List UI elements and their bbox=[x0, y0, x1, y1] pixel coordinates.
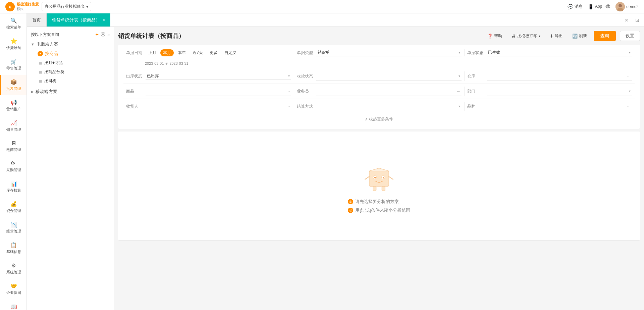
sidebar-item-quick-nav[interactable]: ⭐ 快捷导航 bbox=[0, 34, 26, 54]
sidebar-item-finance[interactable]: 💰 资金管理 bbox=[0, 197, 26, 217]
panel-header: 按以下方案查询 + « bbox=[27, 30, 114, 40]
staff-input[interactable]: ··· bbox=[316, 87, 462, 96]
out-status-label: 出库状态 bbox=[126, 73, 144, 79]
window-maximize-button[interactable]: ⊡ bbox=[633, 16, 641, 24]
date-btn-this-month[interactable]: 本月 bbox=[160, 49, 174, 56]
basic-icon: 📋 bbox=[10, 242, 17, 248]
tree-item-by-driver[interactable]: ▦ 按司机 bbox=[27, 76, 114, 86]
logo-text: 畅捷通好生意 标账 bbox=[17, 2, 39, 11]
filter-brand: 品牌 ··· bbox=[464, 102, 635, 111]
warehouse-input[interactable]: ··· bbox=[487, 71, 632, 81]
app-selector[interactable]: 办公用品行业模拟账套 ▾ bbox=[42, 2, 91, 11]
doc-status-select[interactable]: 已生效 ▾ bbox=[487, 49, 632, 56]
page-actions: ❓ 帮助 🖨 按模板打印 ▾ ⬇ 导出 🔄 bbox=[485, 31, 640, 41]
svg-point-6 bbox=[102, 33, 104, 35]
add-scheme-button[interactable]: + bbox=[95, 32, 98, 38]
tab-bar-actions: ✕ ⊡ bbox=[623, 13, 644, 27]
query-button[interactable]: 查询 bbox=[594, 31, 616, 41]
sidebar-item-retail[interactable]: 🛒 零售管理 bbox=[0, 54, 26, 75]
right-section: 销货单统计表（按商品） ❓ 帮助 🖨 按模板打印 ▾ ⬇ bbox=[114, 27, 644, 310]
warehouse-label: 仓库 bbox=[467, 73, 485, 79]
filter-staff: 业务员 ··· bbox=[294, 87, 464, 96]
sub-icon-1: ▦ bbox=[39, 61, 42, 65]
export-button[interactable]: ⬇ 导出 bbox=[547, 32, 566, 40]
tree-item-by-goods[interactable]: ● 按商品 bbox=[27, 49, 114, 58]
date-btn-more[interactable]: 更多 bbox=[207, 49, 220, 56]
doc-type-value: 销货单 bbox=[318, 50, 330, 55]
sidebar-item-enterprise[interactable]: 🤝 企业协同 bbox=[0, 279, 26, 299]
sidebar-item-wholesale[interactable]: 📦 批发管理 bbox=[0, 75, 26, 95]
export-icon: ⬇ bbox=[550, 34, 553, 39]
sidebar-item-basic[interactable]: 📋 基础信息 bbox=[0, 238, 26, 258]
tree-item-by-category[interactable]: ▦ 按商品分类 bbox=[27, 67, 114, 76]
app-download-button[interactable]: 📱 App下载 bbox=[588, 4, 610, 9]
window-close-button[interactable]: ✕ bbox=[623, 16, 631, 24]
receiver-label: 收货人 bbox=[126, 104, 144, 109]
brand-label: 品牌 bbox=[467, 104, 485, 109]
sub-icon-3: ▦ bbox=[39, 79, 42, 83]
receiver-input[interactable]: ··· bbox=[146, 102, 291, 111]
doc-type-label: 单据类型 bbox=[297, 50, 314, 56]
filter-row-3: 商品 ··· 业务员 ··· 部门 bbox=[123, 84, 635, 99]
dept-select[interactable]: ▾ bbox=[487, 87, 632, 96]
brand-input[interactable]: ··· bbox=[487, 102, 632, 111]
tree-group-desktop[interactable]: ▼ 电脑端方案 bbox=[27, 40, 114, 49]
sidebar-item-marketing[interactable]: 📢 营销推广 bbox=[0, 95, 26, 116]
filter-row-4: 收货人 ··· 结算方式 ▾ 品牌 bbox=[123, 99, 635, 114]
wholesale-icon: 📦 bbox=[10, 79, 17, 85]
date-btn-this-year[interactable]: 本年 bbox=[175, 49, 189, 56]
sidebar-item-purchase[interactable]: 🛍 采购管理 bbox=[0, 156, 26, 176]
page-title: 销货单统计表（按商品） bbox=[118, 32, 184, 40]
marketing-icon: 📢 bbox=[10, 99, 17, 106]
download-icon: 📱 bbox=[588, 4, 594, 9]
user-avatar-area[interactable]: demo2 bbox=[615, 2, 639, 11]
doc-type-select[interactable]: 销货单 ▾ bbox=[316, 49, 462, 56]
out-status-chevron-icon: ▾ bbox=[288, 74, 290, 78]
chevron-down-icon: ▼ bbox=[31, 42, 35, 46]
date-btn-7days[interactable]: 近7天 bbox=[190, 49, 206, 56]
tree-item-by-month-goods[interactable]: ▦ 按月+商品 bbox=[27, 58, 114, 67]
date-btn-custom[interactable]: 自定义 bbox=[222, 49, 239, 56]
tab-close-button[interactable]: × bbox=[103, 18, 105, 22]
staff-dots: ··· bbox=[457, 89, 460, 94]
setting-button[interactable]: 设置 bbox=[620, 31, 640, 41]
message-button[interactable]: 💬 消息 bbox=[568, 4, 583, 9]
filter-row-1: 单据日期 上月 本月 本年 近7天 更多 自定义 bbox=[123, 49, 635, 60]
date-btn-last-month[interactable]: 上月 bbox=[146, 49, 159, 56]
top-bar-left: 好 畅捷通好生意 标账 办公用品行业模拟账套 ▾ bbox=[5, 2, 91, 11]
collect-status-select[interactable]: ▾ bbox=[316, 71, 462, 81]
svg-point-10 bbox=[374, 177, 376, 178]
chevron-right-icon: ▶ bbox=[31, 90, 34, 94]
sidebar-item-ecommerce[interactable]: 🖥 电商管理 bbox=[0, 136, 26, 156]
goods-input[interactable]: ··· bbox=[146, 87, 291, 96]
tree-group-mobile[interactable]: ▶ 移动端方案 bbox=[27, 87, 114, 96]
main-area: 按以下方案查询 + « ▼ bbox=[27, 27, 644, 310]
collapse-panel-button[interactable]: « bbox=[107, 32, 110, 37]
sidebar-item-operations[interactable]: 📉 经营管理 bbox=[0, 217, 26, 238]
out-status-select[interactable]: 已出库 ▾ bbox=[146, 72, 291, 80]
sidebar-item-guide[interactable]: 📖 新手引导 bbox=[0, 299, 26, 310]
panel-header-left: 按以下方案查询 bbox=[31, 32, 59, 38]
sidebar-item-search[interactable]: 🔍 搜索菜单 bbox=[0, 13, 26, 34]
filter-collect-status: 收款状态 ▾ bbox=[294, 71, 464, 81]
tab-home[interactable]: 首页 bbox=[27, 13, 47, 27]
sidebar: 🔍 搜索菜单 ⭐ 快捷导航 🛒 零售管理 📦 批发管理 📢 营销推广 📈 销售管… bbox=[0, 13, 27, 310]
out-status-value: 已出库 bbox=[147, 73, 159, 79]
svg-point-11 bbox=[383, 177, 384, 178]
refresh-button[interactable]: 🔄 刷新 bbox=[570, 32, 590, 40]
sidebar-item-system[interactable]: ⚙ 系统管理 bbox=[0, 258, 26, 279]
hint-num-1: ① bbox=[348, 199, 353, 204]
help-button[interactable]: ❓ 帮助 bbox=[485, 32, 505, 40]
payment-select[interactable]: ▾ bbox=[316, 102, 462, 111]
svg-point-3 bbox=[619, 4, 622, 7]
sidebar-item-sales[interactable]: 📈 销售管理 bbox=[0, 116, 26, 136]
sidebar-item-inventory[interactable]: 📊 库存核算 bbox=[0, 176, 26, 197]
collapse-button[interactable]: ∧ 收起更多条件 bbox=[123, 114, 635, 125]
main-layout: 🔍 搜索菜单 ⭐ 快捷导航 🛒 零售管理 📦 批发管理 📢 营销推广 📈 销售管… bbox=[0, 13, 644, 310]
print-button[interactable]: 🖨 按模板打印 ▾ bbox=[509, 32, 543, 40]
edit-scheme-button[interactable] bbox=[101, 32, 105, 38]
doc-status-chevron-icon: ▾ bbox=[629, 51, 631, 54]
payment-chevron-icon: ▾ bbox=[459, 104, 460, 108]
tab-active[interactable]: 销货单统计表（按商品） × bbox=[47, 13, 110, 27]
filter-receiver: 收货人 ··· bbox=[123, 102, 294, 111]
